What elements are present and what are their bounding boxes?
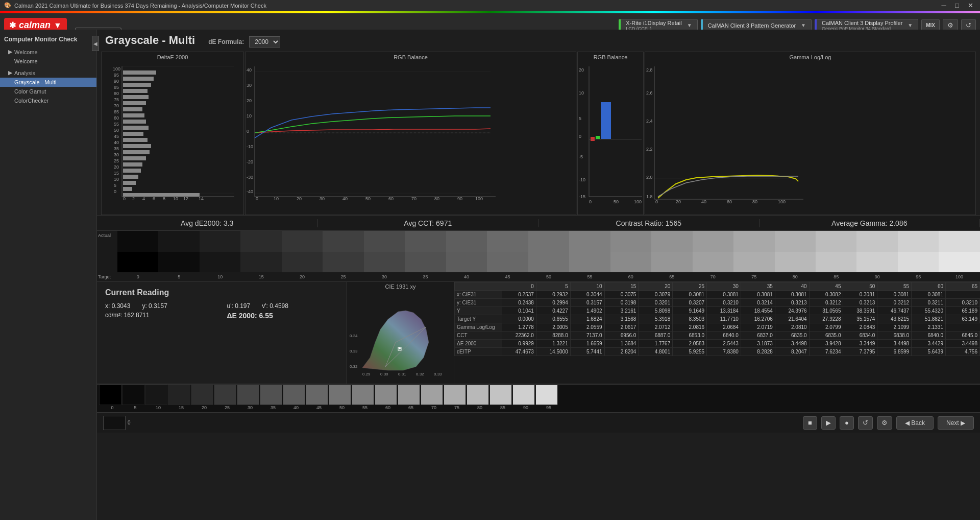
welcome-expand-icon: ▶: [8, 49, 12, 55]
table-cell: 0.3211: [912, 299, 946, 307]
table-row-label: Target Y: [455, 315, 502, 323]
play-button[interactable]: ▶: [821, 416, 836, 430]
back-button[interactable]: ◀ Back: [896, 416, 934, 430]
svg-text:20: 20: [247, 98, 252, 103]
svg-text:0: 0: [114, 189, 116, 194]
reading-cd-value: cd/m²: 162.8711: [105, 312, 150, 319]
maximize-button[interactable]: □: [951, 0, 963, 11]
svg-rect-37: [123, 150, 150, 154]
table-cell: 6838.0: [877, 332, 912, 340]
svg-rect-50: [123, 70, 156, 75]
table-cell: 2.0005: [536, 323, 570, 332]
table-cell: 1.4902: [570, 307, 604, 315]
table-cell: 0.3212: [809, 299, 843, 307]
sidebar-section-analysis-header[interactable]: ▶ Analysis: [0, 68, 96, 78]
charts-row: DeltaE 2000 10095 9085 8075 7065 6055 50…: [97, 52, 980, 215]
swatch-step-label: 0: [117, 274, 158, 279]
stop-button[interactable]: ■: [803, 416, 817, 430]
actual-swatch: [898, 231, 939, 252]
table-cell: 3.4498: [877, 340, 912, 348]
svg-text:2.4: 2.4: [646, 119, 653, 124]
table-cell: 63.149: [946, 315, 980, 323]
film-swatch: [214, 385, 236, 405]
table-header: 45: [809, 282, 843, 291]
table-cell: 0.3213: [843, 299, 877, 307]
sidebar-item-welcome[interactable]: Welcome: [0, 57, 96, 66]
table-cell: 6853.0: [673, 332, 707, 340]
sidebar-item-grayscale[interactable]: Grayscale - Multi: [0, 78, 96, 87]
table-cell: 2.1331: [912, 323, 946, 332]
target-swatch: [364, 252, 405, 273]
table-cell: 2.0799: [809, 323, 843, 332]
table-cell: 2.0712: [639, 323, 673, 332]
logo-dropdown[interactable]: ▼: [54, 21, 62, 30]
svg-text:-10: -10: [247, 144, 253, 149]
table-cell: 2.0816: [673, 323, 707, 332]
svg-text:-5: -5: [579, 154, 583, 159]
table-cell: 0.3198: [604, 299, 639, 307]
svg-text:50: 50: [614, 199, 619, 204]
film-label: 95: [537, 405, 560, 412]
sidebar-toggle[interactable]: ◀: [92, 36, 99, 51]
svg-rect-46: [123, 95, 149, 99]
swatch-step-label: 90: [856, 274, 897, 279]
film-label: 5: [124, 405, 146, 412]
device-xrite-chevron[interactable]: ▼: [687, 22, 692, 28]
target-swatch: [856, 252, 897, 273]
reading-title: Current Reading: [105, 288, 338, 297]
table-header: 35: [741, 282, 775, 291]
settings-button[interactable]: ⚙: [877, 416, 892, 430]
svg-rect-47: [123, 89, 148, 93]
table-cell: 22362.0: [502, 332, 536, 340]
reading-x: x: 0.3043 y: 0.3157: [105, 302, 217, 310]
film-swatch: [467, 385, 489, 405]
table-row-label: x: CIE31: [455, 291, 502, 299]
table-cell: 3.1568: [604, 315, 639, 323]
table-cell: 0.2994: [536, 299, 570, 307]
svg-rect-33: [123, 175, 138, 179]
actual-swatch: [651, 231, 692, 252]
reading-de-value: ΔE 2000: 6.55: [227, 312, 273, 320]
table-row: Gamma Log/Log1.27782.00052.05592.06172.0…: [455, 323, 980, 332]
table-cell: 6.8599: [877, 348, 912, 356]
svg-text:2.2: 2.2: [646, 147, 653, 152]
content-header: Grayscale - Multi dE Formula: 2000: [97, 30, 980, 52]
minimize-button[interactable]: ─: [938, 0, 949, 11]
svg-text:-20: -20: [247, 159, 253, 164]
close-button[interactable]: ✕: [965, 0, 976, 11]
table-cell: 0.3213: [775, 299, 809, 307]
actual-swatch: [775, 231, 816, 252]
film-label: 50: [331, 405, 353, 412]
sidebar-item-color-gamut[interactable]: Color Gamut: [0, 87, 96, 96]
de-formula-select[interactable]: 2000: [249, 36, 280, 48]
device-calman-pattern-chevron[interactable]: ▼: [801, 22, 806, 28]
sidebar-section-welcome-header[interactable]: ▶ Welcome: [0, 47, 96, 57]
target-swatch: [816, 252, 856, 273]
next-button[interactable]: Next ▶: [938, 416, 974, 430]
table-row-label: dEITP: [455, 348, 502, 356]
table-cell: 0.3212: [877, 299, 912, 307]
film-swatch: [260, 385, 282, 405]
svg-text:60: 60: [114, 115, 119, 121]
film-label: 20: [193, 405, 215, 412]
record-button[interactable]: ●: [840, 416, 854, 430]
table-header: 0: [502, 282, 536, 291]
sidebar-item-colorchecker[interactable]: ColorChecker: [0, 96, 96, 105]
table-cell: 2.0719: [741, 323, 775, 332]
actual-swatch: [405, 231, 446, 252]
table-cell: 65.189: [946, 307, 980, 315]
film-label: 25: [216, 405, 238, 412]
film-swatch: [375, 385, 397, 405]
svg-text:50: 50: [114, 128, 119, 133]
target-swatch: [405, 252, 446, 273]
swatch-step-label: 30: [364, 274, 405, 279]
table-cell: 0.3082: [809, 291, 843, 299]
loop-button[interactable]: ↺: [858, 416, 873, 430]
device-calman-profiler-chevron[interactable]: ▼: [908, 22, 913, 28]
deltaE-chart-title: DeltaE 2000: [102, 52, 243, 61]
table-cell: 7.6234: [809, 348, 843, 356]
svg-text:10: 10: [114, 177, 119, 182]
svg-rect-92: [601, 102, 611, 139]
actual-swatch: [282, 231, 323, 252]
table-cell: 2.1099: [877, 323, 912, 332]
